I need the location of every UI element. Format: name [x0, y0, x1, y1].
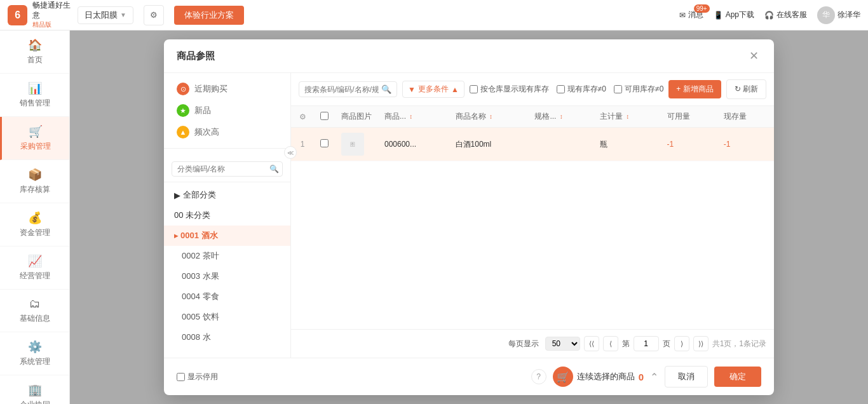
th-product-name[interactable]: 商品名称 ↕	[449, 106, 529, 128]
branch-selector[interactable]: 日太阳膜 ▼	[78, 6, 133, 24]
existing-stock-checkbox[interactable]: 现有库存≠0	[557, 84, 606, 95]
cart-collapse-button[interactable]: ⌃	[650, 371, 658, 383]
product-search-icon[interactable]: 🔍	[381, 84, 391, 94]
page-info: 共1页，1条记录	[712, 339, 766, 349]
category-search-input[interactable]	[172, 161, 283, 177]
page-number-input[interactable]	[634, 336, 659, 351]
th-product-code[interactable]: 商品... ↕	[378, 106, 449, 128]
sidebar-item-system[interactable]: ⚙️ 系统管理	[0, 332, 69, 375]
new-icon: ★	[177, 104, 189, 117]
cat-item-all[interactable]: ▶ 全部分类	[164, 185, 290, 205]
available-stock-checkbox[interactable]: 可用库存≠0	[614, 84, 663, 95]
td-available: -1	[661, 128, 717, 161]
message-icon: ✉	[679, 11, 686, 20]
last-page-button[interactable]: ⟩⟩	[693, 336, 709, 351]
logo-text: 畅捷通好生意	[32, 1, 78, 20]
settings-button[interactable]: ⚙	[144, 5, 164, 25]
panel-collapse-button[interactable]: ≪	[284, 146, 297, 159]
product-table: ⚙ 商品图片 商品... ↕ 商品名称 ↕ 规格... ↕	[291, 106, 774, 161]
quick-item-new[interactable]: ★ 新品	[172, 100, 283, 121]
cart-area[interactable]: 🛒 连续选择的商品 0	[553, 367, 644, 387]
confirm-button[interactable]: 确定	[714, 367, 761, 387]
th-product-spec[interactable]: 规格... ↕	[528, 106, 593, 128]
quick-item-recent[interactable]: ⊙ 近期购买	[172, 78, 283, 100]
action-buttons: + 新增商品 ↻ 刷新	[668, 79, 766, 99]
avatar: 华	[817, 6, 835, 24]
refresh-button[interactable]: ↻ 刷新	[726, 79, 766, 99]
th-available: 可用量	[661, 106, 717, 128]
product-search-bar: 🔍 ▼ 更多条件 ▲ 按仓库显示现有库存	[291, 73, 774, 106]
header-right: ✉ 消息 99+ 📱 App下载 🎧 在线客服 华 徐泽华	[679, 6, 860, 24]
inventory-icon: 📦	[28, 168, 42, 182]
sidebar-item-purchase[interactable]: 🛒 采购管理	[0, 117, 69, 160]
td-product-spec	[528, 128, 593, 161]
sidebar-item-home[interactable]: 🏠 首页	[0, 30, 69, 74]
sidebar-item-enterprise[interactable]: 🏢 企业协同	[0, 375, 69, 404]
home-icon: 🏠	[28, 38, 42, 52]
cat-item-c0002[interactable]: 0002 茶叶	[164, 246, 290, 266]
enterprise-icon: 🏢	[28, 383, 42, 397]
cat-item-c0003[interactable]: 0003 水果	[164, 266, 290, 286]
row-checkbox[interactable]	[320, 139, 329, 147]
modal-body: ⊙ 近期购买 ★ 新品 ▲ 频次高	[164, 73, 774, 358]
branch-arrow-icon: ▼	[120, 11, 126, 18]
messages-button[interactable]: ✉ 消息 99+	[679, 10, 703, 20]
sidebar-item-base[interactable]: 🗂 基础信息	[0, 290, 69, 332]
cat-item-c0004[interactable]: 0004 零食	[164, 286, 290, 307]
category-list: ▶ 全部分类 00 未分类 ▶ 0001 酒水 0002 茶	[164, 182, 290, 353]
active-arrow-icon: ▶	[174, 233, 178, 239]
product-search-wrap: 🔍	[299, 81, 397, 97]
td-checkbox[interactable]	[314, 128, 335, 161]
category-search-icon[interactable]: 🔍	[269, 165, 279, 173]
select-all-checkbox[interactable]	[320, 112, 329, 120]
warehouse-filter-checkbox[interactable]: 按仓库显示现有库存	[470, 84, 549, 95]
sidebar-item-inventory[interactable]: 📦 库存核算	[0, 160, 69, 203]
cancel-button[interactable]: 取消	[665, 366, 708, 387]
product-search-input[interactable]	[304, 85, 379, 94]
system-icon: ⚙️	[28, 340, 42, 354]
prev-page-button[interactable]: ⟨	[603, 336, 618, 351]
th-unit[interactable]: 主计量 ↕	[593, 106, 661, 128]
product-table-wrap: ⚙ 商品图片 商品... ↕ 商品名称 ↕ 规格... ↕	[291, 106, 774, 329]
online-service-button[interactable]: 🎧 在线客服	[764, 10, 807, 20]
pagination: 每页显示 20 50 100 ⟨⟨ ⟨ 第 页 ⟩	[291, 329, 774, 358]
table-header-row: ⚙ 商品图片 商品... ↕ 商品名称 ↕ 规格... ↕	[291, 106, 774, 128]
footer-left: 显示停用	[177, 372, 218, 382]
table-row[interactable]: 1 图	[291, 128, 774, 161]
td-product-img: 图	[335, 128, 378, 161]
mobile-icon: 📱	[714, 11, 723, 20]
cat-item-c0010[interactable]: 0010 家电	[164, 347, 290, 353]
help-button[interactable]: ?	[531, 369, 546, 384]
purchase-icon: 🛒	[29, 125, 43, 138]
cat-item-c0008[interactable]: 0008 水	[164, 327, 290, 347]
cat-item-c00[interactable]: 00 未分类	[164, 205, 290, 226]
first-page-button[interactable]: ⟨⟨	[584, 336, 599, 351]
next-page-button[interactable]: ⟩	[674, 336, 689, 351]
sidebar-item-finance[interactable]: 💰 资金管理	[0, 203, 69, 246]
add-product-button[interactable]: + 新增商品	[668, 80, 721, 98]
cat-item-c0005[interactable]: 0005 饮料	[164, 307, 290, 327]
cat-item-c0001[interactable]: ▶ 0001 酒水	[164, 226, 290, 246]
th-settings: ⚙	[291, 106, 314, 128]
cart-icon: 🛒	[553, 367, 573, 387]
app-download-button[interactable]: 📱 App下载	[714, 10, 754, 20]
modal-close-button[interactable]: ✕	[746, 48, 761, 64]
footer-right: ? 🛒 连续选择的商品 0 ⌃ 取消 确定	[531, 366, 761, 387]
more-filters-button[interactable]: ▼ 更多条件 ▲	[402, 81, 465, 98]
trial-button[interactable]: 体验行业方案	[174, 6, 244, 25]
page-size-select[interactable]: 20 50 100	[545, 337, 580, 351]
modal-header: 商品参照 ✕	[164, 39, 774, 73]
sidebar-item-business[interactable]: 📈 经营管理	[0, 246, 69, 290]
show-disabled-checkbox[interactable]: 显示停用	[177, 372, 218, 382]
logo-icon: 6	[8, 5, 27, 25]
business-icon: 📈	[28, 254, 42, 268]
th-select-all[interactable]	[314, 106, 335, 128]
filter-checkboxes: 按仓库显示现有库存 现有库存≠0 可用库存≠0	[470, 84, 664, 95]
user-area[interactable]: 华 徐泽华	[817, 6, 860, 24]
message-badge: 99+	[694, 4, 710, 13]
base-icon: 🗂	[29, 297, 41, 311]
column-settings-icon[interactable]: ⚙	[299, 112, 306, 121]
modal-title: 商品参照	[177, 50, 215, 62]
sidebar-item-sales[interactable]: 📊 销售管理	[0, 74, 69, 117]
quick-item-freq[interactable]: ▲ 频次高	[172, 121, 283, 143]
